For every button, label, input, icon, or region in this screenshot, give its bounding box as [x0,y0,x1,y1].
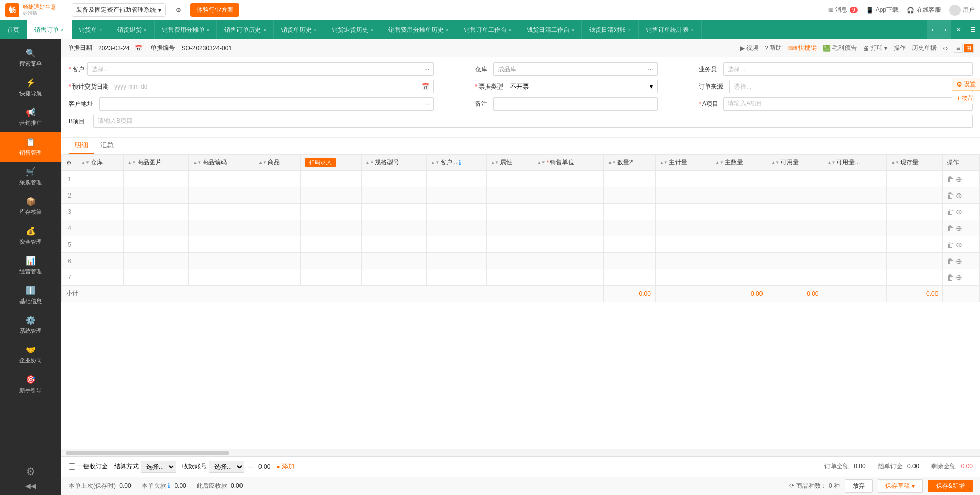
cell-avail-1[interactable] [767,171,823,187]
next-record-icon[interactable]: › [946,45,948,52]
cell-main-qty-1[interactable] [711,171,767,187]
cell-unit-1[interactable] [533,171,603,187]
close-icon[interactable]: × [263,27,266,33]
sidebar-item-search[interactable]: 🔍 搜索菜单 [0,43,61,73]
horizontal-scrollbar[interactable] [66,451,229,455]
staff-input[interactable]: 选择... [723,62,973,76]
one-click-checkbox-input[interactable] [69,463,75,470]
remarks-input[interactable] [493,97,658,111]
delete-icon[interactable]: 🗑 [947,191,954,200]
system-selector[interactable]: 装备及固定资产辅助管理系统 ▾ [72,3,166,17]
sidebar-collapse-button[interactable]: ◀◀ [25,482,36,490]
close-icon[interactable]: × [144,27,147,33]
scan-button[interactable]: 扫码录入 [305,158,336,167]
tab-home[interactable]: 首页 [0,20,27,39]
nav-menu-icon[interactable]: ☰ [966,20,980,39]
payment-account-select[interactable]: 选择... [209,461,244,473]
industry-button[interactable]: 体验行业方案 [190,3,239,17]
app-download-button[interactable]: 📱 App下载 [866,6,899,14]
operations-button[interactable]: 操作 [894,44,906,52]
order-source-select[interactable]: 选择... ▾ [729,80,973,93]
copy-icon[interactable]: ⊕ [956,208,962,216]
cell-stock-1[interactable] [887,171,943,187]
col-settings[interactable]: ⚙ [62,155,77,171]
grid-view-icon[interactable]: ⊞ [964,44,974,53]
payment-method-select[interactable]: 选择... [141,461,176,473]
close-icon[interactable]: × [509,27,512,33]
sidebar-item-basic-info[interactable]: ℹ️ 基础信息 [0,281,61,310]
close-icon[interactable]: × [99,27,102,33]
calendar-icon[interactable]: 📅 [135,45,142,52]
view-video-button[interactable]: ▶ 视频 [740,44,758,52]
cell-main-unit-1[interactable] [655,171,711,187]
delete-icon[interactable]: 🗑 [947,175,954,183]
sidebar-item-purchase[interactable]: 🛒 采购管理 [0,162,61,191]
cell-warehouse-1[interactable] [77,171,124,187]
nav-close-all[interactable]: ✕ [951,20,966,39]
cell-code-1[interactable] [189,171,254,187]
shortcut-button[interactable]: ⌨ 快捷键 [788,44,817,52]
customer-input[interactable]: 选择... ··· [87,62,434,76]
copy-icon[interactable]: ⊕ [956,257,962,265]
delete-icon[interactable]: 🗑 [947,208,954,216]
delete-icon[interactable]: 🗑 [947,273,954,282]
save-draft-button[interactable]: 保存草稿 ▾ [878,479,923,493]
close-icon[interactable]: × [371,27,374,33]
sidebar-item-collab[interactable]: 🤝 企业协同 [0,340,61,370]
tab-summary[interactable]: 汇总 [94,138,120,154]
copy-icon[interactable]: ⊕ [956,273,962,282]
tab-sales-invoice-history[interactable]: 销货单历史 × [274,20,324,39]
settings-icon[interactable]: ⚙ [171,3,185,17]
prev-record-icon[interactable]: ‹ [943,45,945,52]
online-service-button[interactable]: 🎧 在线客服 [907,6,941,14]
close-icon[interactable]: × [207,27,210,33]
add-payment-button[interactable]: ● 添加 [276,462,294,471]
cell-product-1[interactable] [254,171,301,187]
tab-sales-return[interactable]: 销货退货 × [110,20,155,39]
sidebar-item-quicknav[interactable]: ⚡ 快捷导航 [0,73,61,102]
add-goods-button[interactable]: + 物品 [952,92,980,104]
copy-icon[interactable]: ⊕ [956,175,962,183]
discard-button[interactable]: 放弃 [845,479,873,493]
cell-scan-1[interactable] [300,171,361,187]
close-icon[interactable]: × [628,27,631,33]
customer-address-input[interactable]: ··· [99,97,434,111]
copy-icon[interactable]: ⊕ [956,224,962,232]
tab-sales-order[interactable]: 销售订单 × [27,20,72,39]
cell-qty2-1[interactable] [603,171,655,187]
tab-daily-reconcile[interactable]: 钱货日清对账 × [582,20,639,39]
tab-workbench[interactable]: 销售订单工作台 × [456,20,519,39]
sidebar-item-sales[interactable]: 📋 销售管理 [0,132,61,162]
scroll-area[interactable] [61,449,980,456]
help-button[interactable]: ? 帮助 [765,44,782,52]
delete-icon[interactable]: 🗑 [947,224,954,232]
cell-customer-1[interactable] [427,171,487,187]
sidebar-item-guide[interactable]: 🎯 新手引导 [0,370,61,399]
history-button[interactable]: 历史单据 [912,44,937,52]
refresh-icon[interactable]: ⟳ [789,482,794,489]
nav-next-arrow[interactable]: › [939,20,951,39]
settings-panel-button[interactable]: ⚙ 设置 [952,78,980,91]
message-button[interactable]: ✉ 消息 9 [828,6,858,14]
delete-icon[interactable]: 🗑 [947,257,954,265]
save-new-button[interactable]: 保存&新增 [928,480,973,492]
nav-prev-arrow[interactable]: ‹ [927,20,939,39]
cell-image-1[interactable] [123,171,189,187]
tab-sales-stats[interactable]: 销售订单统计表 × [639,20,702,39]
tab-detail[interactable]: 明细 [69,138,94,154]
cell-spec-1[interactable] [361,171,427,187]
tab-sales-order-history[interactable]: 销售订单历史 × [217,20,274,39]
tab-sales-expense[interactable]: 销售费用分摊单 × [155,20,217,39]
close-icon[interactable]: × [572,27,575,33]
delivery-date-input[interactable]: yyyy-mm-dd 📅 [110,80,434,93]
close-icon[interactable]: × [691,27,694,33]
close-icon[interactable]: × [446,27,449,33]
print-button[interactable]: 🖨 打印 ▾ [863,44,887,52]
cell-avail-ext-1[interactable] [823,171,887,187]
sidebar-item-finance[interactable]: 💰 资金管理 [0,221,61,251]
invoice-type-select[interactable]: 不开票 ▾ [506,80,658,93]
warehouse-input[interactable]: 成品库 ··· [493,62,658,76]
copy-icon[interactable]: ⊕ [956,241,962,249]
sidebar-item-marketing[interactable]: 📢 营销推广 [0,102,61,132]
tab-sales-invoice[interactable]: 销货单 × [72,20,110,39]
